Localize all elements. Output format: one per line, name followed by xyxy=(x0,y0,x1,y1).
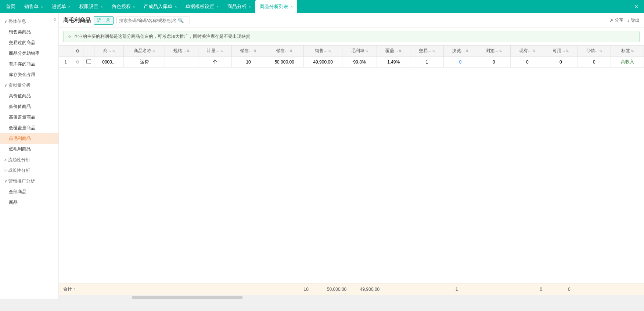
scrollbar-thumb[interactable] xyxy=(132,296,242,299)
col-header-unit[interactable]: 计量...⇅ xyxy=(198,46,232,57)
filter-recent-month-button[interactable]: 近一月 xyxy=(94,16,114,25)
cell-available: 0 xyxy=(544,57,578,68)
nav-item-商品分析[interactable]: 商品分析× xyxy=(223,0,255,13)
sort-icon: ⇅ xyxy=(365,49,368,53)
col-header-transactions[interactable]: 交易...⇅ xyxy=(410,46,444,57)
sort-icon: ⇅ xyxy=(599,49,602,53)
cell-spec xyxy=(165,57,198,68)
search-input[interactable] xyxy=(119,18,178,23)
cell-sales_qty: 10 xyxy=(232,57,265,68)
export-button[interactable]: ↓ 导出 xyxy=(627,17,640,23)
sidebar-section-流趋性分析[interactable]: >流趋性分析 xyxy=(0,155,58,165)
table-row: 1⚙0000...运费个1050,000.0049,900.0099.8%1.4… xyxy=(59,57,644,68)
nav-item-商品分析列表[interactable]: 商品分析列表× xyxy=(255,0,297,13)
top-navigation: 首页销售单×进货单×权限设置×角色授权×产成品入库单×单据模板设置×商品分析×商… xyxy=(0,0,644,13)
footer-cell-1 xyxy=(150,287,179,292)
col-header-name[interactable]: 商品名称⇅ xyxy=(124,46,165,57)
nav-item-角色授权[interactable]: 角色授权× xyxy=(107,0,140,13)
export-label: 导出 xyxy=(631,17,640,23)
sidebar-section-整体信息[interactable]: ∨整体信息 xyxy=(0,16,58,27)
footer-cell-13 xyxy=(499,287,527,292)
sort-icon: ⇅ xyxy=(152,49,155,53)
sort-icon: ⇅ xyxy=(220,49,223,53)
sidebar-section-营销推广分析[interactable]: ∨营销推广分析 xyxy=(0,176,58,187)
views-link[interactable]: 0 xyxy=(459,59,462,65)
nav-close-icon[interactable]: × xyxy=(101,5,103,9)
col-header-saleable[interactable]: 可销...⇅ xyxy=(578,46,611,57)
cell-settings[interactable]: ⚙ xyxy=(72,57,83,68)
cell-sales_amount: 50,000.00 xyxy=(265,57,304,68)
sidebar-collapse-button[interactable]: « xyxy=(53,16,56,22)
sidebar-section-成长性分析[interactable]: >成长性分析 xyxy=(0,165,58,176)
search-box: 🔍 xyxy=(116,17,190,24)
nav-item-单据模板设置[interactable]: 单据模板设置× xyxy=(181,0,223,13)
nav-item-销售单[interactable]: 销售单× xyxy=(20,0,47,13)
sidebar-item-新品[interactable]: 新品 xyxy=(0,197,58,208)
footer-cell-3 xyxy=(206,287,236,292)
content-header: 高毛利商品 近一月 🔍 ↗ 分享 ↓ 导出 xyxy=(59,13,644,28)
nav-item-产成品入库单[interactable]: 产成品入库单× xyxy=(139,0,181,13)
sidebar-item-低毛利商品[interactable]: 低毛利商品 xyxy=(0,144,58,155)
share-button[interactable]: ↗ 分享 xyxy=(609,17,623,23)
footer-cell-5 xyxy=(264,287,292,292)
nav-item-进货单[interactable]: 进货单× xyxy=(47,0,75,13)
footer-cell-6: 10 xyxy=(292,287,320,292)
sort-icon: ⇅ xyxy=(328,49,331,53)
col-header-current_stock[interactable]: 现有...⇅ xyxy=(511,46,544,57)
sidebar-item-低价值商品[interactable]: 低价值商品 xyxy=(0,101,58,112)
page-title: 高毛利商品 xyxy=(63,17,91,24)
row-checkbox[interactable] xyxy=(86,59,91,64)
nav-close-icon[interactable]: × xyxy=(216,5,219,9)
col-header-gross_margin[interactable]: 毛利率⇅ xyxy=(342,46,377,57)
search-icon[interactable]: 🔍 xyxy=(178,18,184,23)
nav-item-权限设置[interactable]: 权限设置× xyxy=(75,0,107,13)
sidebar-item-商品分类助销率[interactable]: 商品分类助销率 xyxy=(0,48,58,59)
sidebar-item-低覆盖量商品[interactable]: 低覆盖量商品 xyxy=(0,123,58,133)
col-header-sales_profit[interactable]: 销售...⇅ xyxy=(304,46,342,57)
sidebar-item-高覆盖量商品[interactable]: 高覆盖量商品 xyxy=(0,112,58,123)
sidebar-item-有库存的商品[interactable]: 有库存的商品 xyxy=(0,59,58,69)
sidebar-item-高价值商品[interactable]: 高价值商品 xyxy=(0,91,58,101)
cell-checkbox[interactable] xyxy=(83,57,94,68)
cell-coverage: 1.49% xyxy=(377,57,410,68)
window-close-button[interactable]: × xyxy=(630,3,643,10)
sort-icon: ⇅ xyxy=(465,49,468,53)
section-arrow-icon: > xyxy=(4,169,7,173)
nav-close-icon[interactable]: × xyxy=(175,5,177,9)
nav-item-首页[interactable]: 首页 xyxy=(1,0,20,13)
cell-views1[interactable]: 0 xyxy=(444,57,477,68)
footer-cell-9 xyxy=(386,287,415,292)
col-header-checkbox xyxy=(83,46,94,57)
sidebar-item-交易过的商品[interactable]: 交易过的商品 xyxy=(0,37,58,48)
nav-close-icon[interactable]: × xyxy=(291,5,293,9)
col-header-sales_amount[interactable]: 销售...⇅ xyxy=(265,46,304,57)
nav-close-icon[interactable]: × xyxy=(249,5,251,9)
main-layout: « ∨整体信息销售类商品交易过的商品商品分类助销率有库存的商品库存资金占用∨贡献… xyxy=(0,13,644,299)
horizontal-scrollbar[interactable] xyxy=(59,295,644,299)
sidebar-item-库存资金占用[interactable]: 库存资金占用 xyxy=(0,69,58,80)
cell-current_stock: 0 xyxy=(511,57,544,68)
col-header-tag[interactable]: 标签⇅ xyxy=(611,46,644,57)
footer-cell-17 xyxy=(611,287,640,292)
sidebar-section-贡献量分析[interactable]: ∨贡献量分析 xyxy=(0,80,58,91)
col-header-available[interactable]: 可用...⇅ xyxy=(544,46,578,57)
col-header-views2[interactable]: 浏览...⇅ xyxy=(477,46,511,57)
content-area: 高毛利商品 近一月 🔍 ↗ 分享 ↓ 导出 ✧ 企业的主要的利润都是这部分商品创… xyxy=(59,13,644,299)
info-banner: ✧ 企业的主要的利润都是这部分商品创造的，可考虑加大推广，同时关注库存是不要出现… xyxy=(63,31,640,42)
nav-close-icon[interactable]: × xyxy=(41,5,43,9)
sidebar-item-销售类商品[interactable]: 销售类商品 xyxy=(0,27,58,37)
info-icon: ✧ xyxy=(68,34,72,39)
cell-transactions: 1 xyxy=(410,57,444,68)
col-header-sales_qty[interactable]: 销售...⇅ xyxy=(232,46,265,57)
sidebar-item-高毛利商品[interactable]: 高毛利商品 xyxy=(0,133,58,144)
cell-tag: 高收入 xyxy=(611,57,644,68)
cell-unit: 个 xyxy=(198,57,232,68)
nav-close-icon[interactable]: × xyxy=(68,5,71,9)
sort-icon: ⇅ xyxy=(112,49,115,53)
nav-close-icon[interactable]: × xyxy=(133,5,135,9)
col-header-views1[interactable]: 浏览...⇅ xyxy=(444,46,477,57)
sidebar-item-全部商品[interactable]: 全部商品 xyxy=(0,187,58,197)
col-header-code[interactable]: 商...⇅ xyxy=(94,46,124,57)
col-header-coverage[interactable]: 覆盖...⇅ xyxy=(377,46,410,57)
col-header-spec[interactable]: 规格...⇅ xyxy=(165,46,198,57)
